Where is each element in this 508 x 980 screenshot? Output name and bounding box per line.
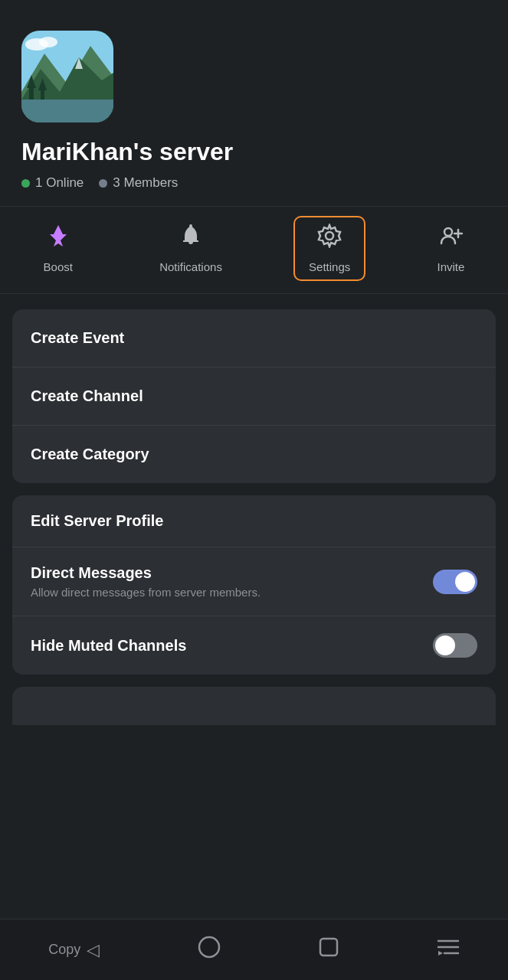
member-stat: 3 Members — [99, 175, 178, 191]
hide-muted-channels-toggle[interactable] — [433, 633, 477, 658]
hide-muted-channels-item: Hide Muted Channels — [12, 616, 496, 675]
notifications-icon — [179, 224, 203, 254]
online-stat: 1 Online — [21, 175, 84, 191]
member-dot — [99, 179, 107, 188]
hide-muted-channels-label: Hide Muted Channels — [31, 637, 186, 655]
svg-rect-11 — [189, 224, 192, 227]
invite-action[interactable]: Invite — [422, 216, 480, 281]
partial-card — [12, 687, 496, 725]
direct-messages-label: Direct Messages — [31, 564, 261, 582]
direct-messages-sublabel: Allow direct messages from server member… — [31, 586, 261, 599]
create-channel-item[interactable]: Create Channel — [12, 368, 496, 426]
hide-muted-channels-knob — [435, 635, 455, 655]
direct-messages-knob — [455, 572, 475, 592]
server-header: MariKhan's server 1 Online 3 Members — [0, 0, 508, 206]
edit-server-profile-item[interactable]: Edit Server Profile — [12, 495, 496, 547]
svg-marker-21 — [438, 951, 443, 956]
server-name: MariKhan's server — [21, 138, 487, 166]
svg-point-16 — [199, 937, 219, 957]
edit-server-profile-label: Edit Server Profile — [31, 512, 163, 530]
settings-icon — [317, 224, 342, 254]
settings-action[interactable]: Settings — [293, 216, 365, 281]
direct-messages-item: Direct Messages Allow direct messages fr… — [12, 547, 496, 616]
svg-point-12 — [326, 232, 333, 240]
action-bar: Boost Notifications Settings — [0, 206, 508, 294]
notifications-action[interactable]: Notifications — [144, 216, 238, 281]
copy-nav-item[interactable]: Copy ◁ — [33, 933, 115, 968]
server-icon — [21, 31, 113, 122]
online-dot — [21, 179, 30, 188]
notifications-label: Notifications — [159, 260, 222, 273]
copy-icon: ◁ — [87, 940, 100, 960]
invite-label: Invite — [438, 260, 465, 273]
hide-muted-channels-row: Hide Muted Channels — [31, 633, 477, 658]
invite-icon — [438, 224, 463, 254]
menu-icon — [437, 936, 460, 963]
member-count: 3 Members — [113, 175, 178, 191]
square-icon — [318, 936, 339, 963]
create-menu-card: Create Event Create Channel Create Categ… — [12, 309, 496, 483]
boost-action[interactable]: Boost — [28, 216, 88, 281]
svg-rect-3 — [21, 100, 113, 122]
server-settings-card: Edit Server Profile Direct Messages Allo… — [12, 495, 496, 675]
server-stats: 1 Online 3 Members — [21, 175, 487, 191]
direct-messages-text: Direct Messages Allow direct messages fr… — [31, 564, 261, 599]
svg-rect-17 — [320, 939, 337, 956]
bottom-nav: Copy ◁ — [0, 919, 508, 980]
settings-label: Settings — [309, 260, 350, 273]
menu-nav-item[interactable] — [421, 929, 475, 971]
direct-messages-toggle[interactable] — [433, 570, 477, 594]
recents-nav-item[interactable] — [303, 929, 355, 971]
copy-label: Copy — [48, 942, 80, 958]
create-event-item[interactable]: Create Event — [12, 309, 496, 368]
svg-point-10 — [39, 37, 57, 47]
home-icon — [197, 935, 221, 965]
copy-button[interactable]: Copy ◁ — [48, 940, 100, 960]
edit-server-profile-row: Edit Server Profile — [31, 512, 477, 530]
direct-messages-row: Direct Messages Allow direct messages fr… — [31, 564, 477, 599]
create-category-item[interactable]: Create Category — [12, 426, 496, 483]
boost-icon — [46, 224, 70, 254]
online-count: 1 Online — [35, 175, 84, 191]
svg-point-13 — [444, 228, 452, 236]
boost-label: Boost — [44, 260, 73, 273]
home-nav-item[interactable] — [182, 927, 237, 972]
